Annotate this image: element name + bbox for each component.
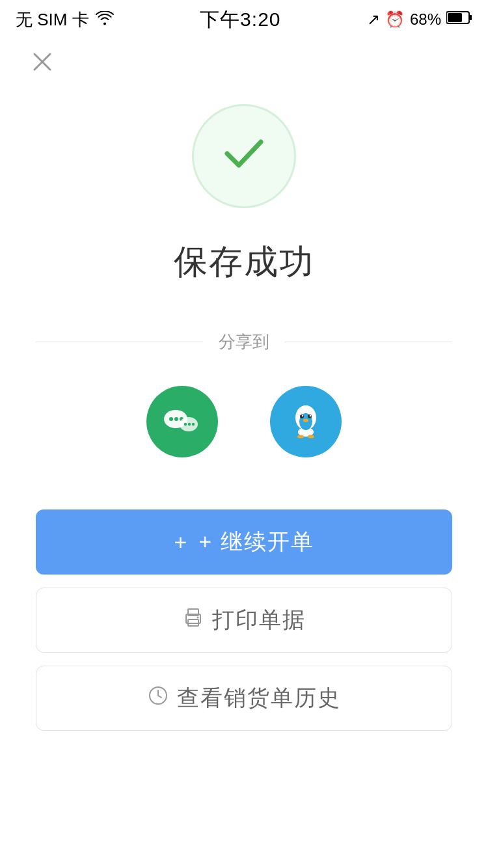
status-left: 无 SIM 卡: [16, 8, 114, 31]
checkmark-icon: [218, 126, 270, 187]
wifi-icon: [96, 10, 114, 30]
svg-point-10: [184, 423, 187, 426]
status-right: ↗ ⏰ 68%: [367, 10, 472, 29]
divider-left: [36, 342, 203, 342]
svg-point-20: [303, 419, 308, 422]
svg-point-26: [197, 617, 199, 619]
svg-point-7: [174, 417, 178, 421]
svg-point-17: [308, 414, 312, 418]
svg-rect-2: [448, 13, 462, 22]
success-circle: [192, 104, 296, 208]
continue-label: + 继续开单: [198, 527, 314, 557]
print-button[interactable]: 打印单据: [36, 588, 452, 653]
status-time: 下午3:20: [200, 7, 280, 33]
svg-point-22: [308, 435, 314, 439]
svg-point-21: [297, 435, 304, 439]
divider-right: [285, 342, 452, 342]
history-icon: [147, 685, 169, 712]
alarm-icon: ⏰: [385, 10, 405, 29]
share-label: 分享到: [203, 331, 285, 353]
svg-point-12: [192, 423, 195, 426]
close-button[interactable]: [26, 46, 59, 78]
share-wechat-button[interactable]: [146, 386, 218, 457]
svg-point-18: [302, 415, 303, 416]
main-content: 保存成功 分享到: [0, 39, 488, 731]
actions-container: + + 继续开单 打印单据 查看销货单历: [36, 509, 452, 731]
battery-icon: [446, 10, 472, 29]
history-label: 查看销货单历史: [177, 683, 341, 713]
no-sim-text: 无 SIM 卡: [16, 8, 89, 31]
svg-point-16: [300, 414, 304, 418]
svg-rect-1: [469, 15, 472, 20]
svg-point-19: [310, 415, 311, 416]
share-qq-button[interactable]: [270, 386, 342, 457]
battery-percent: 68%: [410, 10, 441, 29]
svg-point-11: [188, 423, 191, 426]
print-icon: [182, 606, 204, 634]
location-icon: ↗: [367, 10, 380, 29]
print-label: 打印单据: [212, 605, 306, 635]
share-divider: 分享到: [36, 331, 452, 353]
svg-point-6: [169, 417, 173, 421]
plus-icon: +: [174, 530, 188, 555]
share-row: [146, 386, 342, 457]
status-bar: 无 SIM 卡 下午3:20 ↗ ⏰ 68%: [0, 0, 488, 39]
success-title: 保存成功: [174, 239, 314, 285]
continue-button[interactable]: + + 继续开单: [36, 509, 452, 575]
history-button[interactable]: 查看销货单历史: [36, 666, 452, 731]
